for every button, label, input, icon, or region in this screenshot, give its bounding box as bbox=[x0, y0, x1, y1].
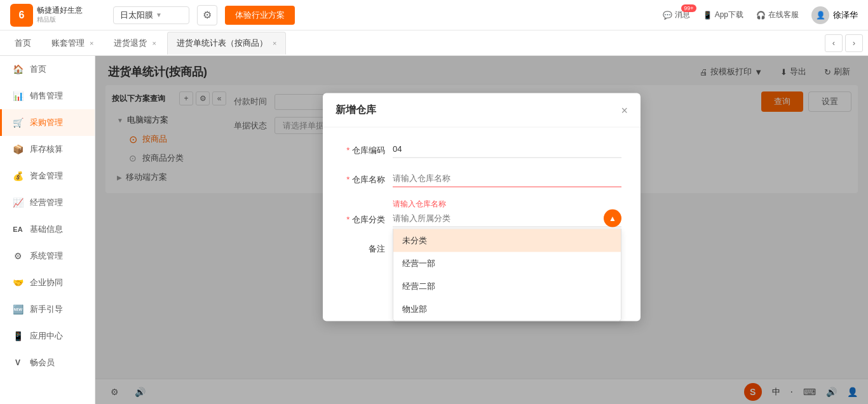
tab-purchase-stats-label: 进货单统计表（按商品） bbox=[177, 37, 268, 49]
tab-purchase-return-label: 进货退货 bbox=[114, 37, 147, 49]
name-input[interactable] bbox=[393, 170, 621, 187]
system-icon: ⚙ bbox=[12, 250, 24, 262]
tab-purchase-stats-close[interactable]: × bbox=[273, 39, 276, 47]
apps-icon: 📱 bbox=[12, 330, 24, 342]
user-area[interactable]: 👤 徐泽华 bbox=[811, 6, 858, 24]
dropdown-option-dept2[interactable]: 经营二部 bbox=[393, 275, 621, 298]
sidebar-item-member[interactable]: V 畅会员 bbox=[0, 349, 95, 376]
logo-text-block: 畅捷通好生意 精品版 bbox=[37, 6, 83, 25]
header-right: 💬 99+ 消息 📱 App下载 🎧 在线客服 👤 徐泽华 bbox=[663, 6, 858, 24]
notification-item[interactable]: 💬 99+ 消息 bbox=[663, 10, 690, 20]
tab-home[interactable]: 首页 bbox=[5, 32, 41, 55]
sidebar-label-member: 畅会员 bbox=[30, 357, 55, 368]
sidebar-label-apps: 应用中心 bbox=[30, 330, 63, 342]
logo-text: 畅捷通好生意 bbox=[37, 6, 83, 16]
sidebar-item-home[interactable]: 🏠 首页 bbox=[0, 56, 95, 83]
sidebar-label-operations: 经营管理 bbox=[30, 197, 63, 208]
tab-account-close[interactable]: × bbox=[90, 39, 93, 47]
message-icon: 💬 bbox=[663, 11, 672, 20]
finance-icon: 💰 bbox=[12, 170, 24, 182]
category-input[interactable] bbox=[393, 210, 621, 227]
sidebar-item-guide[interactable]: 🆕 新手引导 bbox=[0, 296, 95, 323]
app-download-label: App下载 bbox=[715, 10, 743, 20]
settings-icon[interactable]: ⚙ bbox=[197, 5, 217, 25]
trial-button[interactable]: 体验行业方案 bbox=[225, 6, 295, 25]
sidebar-item-apps[interactable]: 📱 应用中心 bbox=[0, 323, 95, 349]
mobile-icon: 📱 bbox=[703, 11, 712, 20]
modal-body: 仓库编码 仓库名称 请输入仓库名称 仓库分类 ▲ bbox=[323, 128, 641, 281]
online-service-label: 在线客服 bbox=[768, 10, 799, 20]
top-header: 6 畅捷通好生意 精品版 日太阳膜 ▼ ⚙ 体验行业方案 💬 99+ 消息 📱 … bbox=[0, 0, 868, 30]
code-label: 仓库编码 bbox=[342, 140, 393, 156]
tab-purchase-stats[interactable]: 进货单统计表（按商品） × bbox=[167, 32, 286, 55]
sidebar-item-inventory[interactable]: 📦 库存核算 bbox=[0, 136, 95, 163]
avatar: 👤 bbox=[811, 6, 829, 24]
purchase-icon: 🛒 bbox=[12, 117, 24, 128]
modal-close-button[interactable]: × bbox=[621, 104, 628, 116]
modal-add-warehouse: 新增仓库 × 仓库编码 仓库名称 请输入仓库名称 bbox=[323, 93, 641, 321]
sidebar-label-finance: 资金管理 bbox=[30, 170, 63, 182]
store-name: 日太阳膜 bbox=[120, 10, 153, 21]
tab-home-label: 首页 bbox=[15, 37, 31, 49]
notification-badge: 99+ bbox=[681, 4, 696, 12]
tab-account-label: 账套管理 bbox=[51, 37, 85, 49]
tab-nav-buttons: ‹ › bbox=[825, 34, 863, 52]
form-group-name: 仓库名称 请输入仓库名称 bbox=[342, 170, 621, 210]
name-label: 仓库名称 bbox=[342, 170, 393, 185]
tab-account[interactable]: 账套管理 × bbox=[42, 32, 103, 55]
sidebar-item-finance[interactable]: 💰 资金管理 bbox=[0, 163, 95, 189]
tab-purchase-return[interactable]: 进货退货 × bbox=[104, 32, 165, 55]
sidebar-label-sales: 销售管理 bbox=[30, 90, 63, 102]
sidebar-label-inventory: 库存核算 bbox=[30, 144, 63, 155]
sidebar-item-system[interactable]: ⚙ 系统管理 bbox=[0, 243, 95, 269]
headset-icon: 🎧 bbox=[756, 11, 766, 20]
logo-badge: 精品版 bbox=[37, 15, 83, 24]
sidebar-label-system: 系统管理 bbox=[30, 250, 63, 262]
tab-nav-left[interactable]: ‹ bbox=[825, 34, 843, 52]
store-selector[interactable]: 日太阳膜 ▼ bbox=[113, 6, 189, 24]
online-service-item[interactable]: 🎧 在线客服 bbox=[756, 10, 799, 20]
enterprise-icon: 🤝 bbox=[12, 277, 24, 288]
logo-area: 6 畅捷通好生意 精品版 bbox=[10, 4, 105, 27]
name-error-message: 请输入仓库名称 bbox=[342, 199, 621, 210]
app-download-item[interactable]: 📱 App下载 bbox=[703, 10, 743, 20]
basic-icon: EA bbox=[12, 224, 24, 235]
dropdown-option-dept1[interactable]: 经营一部 bbox=[393, 252, 621, 275]
sidebar: 🏠 首页 📊 销售管理 🛒 采购管理 📦 库存核算 💰 资金管理 📈 经营管理 … bbox=[0, 56, 95, 404]
dropdown-option-property[interactable]: 物业部 bbox=[393, 298, 621, 321]
tab-purchase-return-close[interactable]: × bbox=[152, 39, 156, 47]
category-dropdown: 未分类 经营一部 经营二部 物业部 bbox=[393, 229, 621, 321]
sidebar-item-basic[interactable]: EA 基础信息 bbox=[0, 216, 95, 243]
sidebar-label-basic: 基础信息 bbox=[30, 224, 63, 235]
modal-header: 新增仓库 × bbox=[323, 93, 641, 128]
category-dropdown-arrow[interactable]: ▲ bbox=[604, 210, 621, 227]
notes-label: 备注 bbox=[342, 239, 393, 255]
form-row-category: 仓库分类 ▲ 未分类 经营一部 bbox=[342, 210, 621, 227]
home-icon: 🏠 bbox=[12, 64, 24, 75]
sales-icon: 📊 bbox=[12, 90, 24, 102]
sidebar-label-guide: 新手引导 bbox=[30, 304, 63, 315]
sidebar-item-operations[interactable]: 📈 经营管理 bbox=[0, 189, 95, 216]
logo-icon: 6 bbox=[10, 4, 33, 27]
operations-icon: 📈 bbox=[12, 197, 24, 208]
sidebar-item-sales[interactable]: 📊 销售管理 bbox=[0, 83, 95, 109]
modal-title: 新增仓库 bbox=[336, 104, 376, 117]
main-layout: 🏠 首页 📊 销售管理 🛒 采购管理 📦 库存核算 💰 资金管理 📈 经营管理 … bbox=[0, 56, 868, 404]
sidebar-label-purchase: 采购管理 bbox=[30, 117, 63, 128]
dropdown-option-uncategorized[interactable]: 未分类 bbox=[393, 229, 621, 252]
store-dropdown-arrow: ▼ bbox=[156, 11, 162, 18]
form-row-code: 仓库编码 bbox=[342, 140, 621, 158]
sidebar-item-enterprise[interactable]: 🤝 企业协同 bbox=[0, 269, 95, 296]
sidebar-label-home: 首页 bbox=[30, 64, 46, 75]
inventory-icon: 📦 bbox=[12, 144, 24, 155]
category-select-wrapper: ▲ 未分类 经营一部 经营二部 bbox=[393, 210, 621, 227]
sidebar-item-purchase[interactable]: 🛒 采购管理 bbox=[0, 109, 95, 136]
username: 徐泽华 bbox=[833, 10, 858, 21]
code-input[interactable] bbox=[393, 140, 621, 158]
form-row-name: 仓库名称 bbox=[342, 170, 621, 187]
member-icon: V bbox=[12, 357, 24, 368]
guide-icon: 🆕 bbox=[12, 304, 24, 315]
tab-bar: 首页 账套管理 × 进货退货 × 进货单统计表（按商品） × ‹ › bbox=[0, 30, 868, 56]
tab-nav-right[interactable]: › bbox=[845, 34, 863, 52]
category-label: 仓库分类 bbox=[342, 210, 393, 226]
